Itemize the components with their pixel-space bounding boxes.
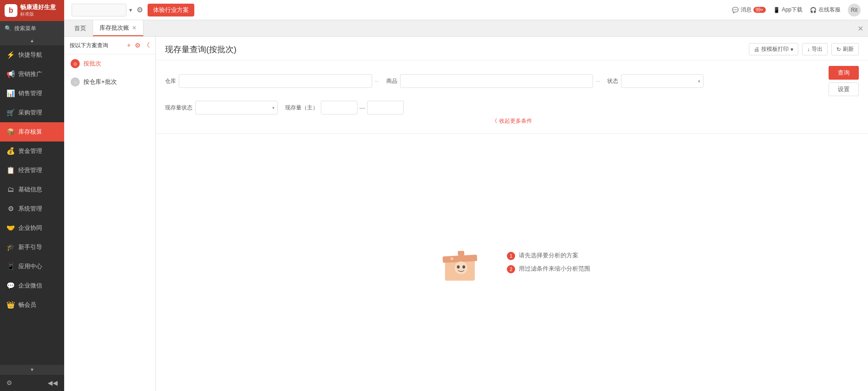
print-btn[interactable]: 🖨 按模板打印 ▾ [749, 43, 798, 55]
sidebar-scroll-up[interactable]: ▲ [0, 36, 64, 45]
query-btn[interactable]: 查询 [829, 66, 859, 80]
sidebar-item-system[interactable]: ⚙ 系统管理 [0, 199, 64, 218]
collapse-chevron-icon: 《 [492, 117, 497, 125]
right-panel: 现存量查询(按批次) 🖨 按模板打印 ▾ ↓ 导出 ↻ 刷新 [156, 37, 868, 391]
topbar-gear-btn[interactable]: ⚙ [137, 5, 143, 14]
topbar-search-input[interactable] [71, 4, 126, 16]
quantity-label: 现存量（主） [285, 104, 318, 112]
sidebar-item-label: 系统管理 [18, 205, 42, 213]
sidebar-item-member[interactable]: 👑 畅会员 [0, 295, 64, 315]
empty-illustration [434, 235, 489, 290]
inventory-icon: 📦 [6, 128, 15, 136]
online-service-item[interactable]: 🎧 在线客服 [810, 6, 841, 14]
left-panel-header: 按以下方案查询 ＋ ⚙ 《 [64, 37, 155, 54]
refresh-btn[interactable]: ↻ 刷新 [831, 43, 859, 55]
filter-area: 仓库 ··· 商品 ··· 状态 [156, 60, 868, 134]
empty-hint-1: 1 请先选择要分析的方案 [507, 251, 590, 260]
sidebar-item-quick-nav[interactable]: ⚡ 快捷导航 [0, 45, 64, 65]
add-plan-btn[interactable]: ＋ [126, 41, 132, 49]
settings-plan-btn[interactable]: ⚙ [135, 42, 141, 49]
sidebar-item-purchase[interactable]: 🛒 采购管理 [0, 103, 64, 122]
app-name: 畅康通好生意 [20, 4, 56, 11]
sidebar-item-label: 应用中心 [18, 262, 42, 271]
messages-item[interactable]: 💬 消息 99+ [732, 6, 766, 14]
hint-2-text: 用过滤条件来缩小分析范围 [519, 265, 590, 273]
collapse-sidebar-btn[interactable]: ◀◀ [48, 379, 58, 386]
sidebar-item-label: 销售管理 [18, 89, 42, 98]
search-icon: 🔍 [5, 25, 11, 32]
member-icon: 👑 [6, 301, 15, 309]
sidebar-item-label: 畅会员 [18, 301, 36, 309]
warehouse-more-btn[interactable]: ··· [375, 78, 379, 84]
plan-label: 按仓库+批次 [83, 78, 117, 86]
sidebar-item-label: 经营管理 [18, 166, 42, 174]
plan-active-icon: ⊙ [71, 59, 80, 68]
refresh-label: 刷新 [843, 45, 854, 53]
sidebar-scroll-down[interactable]: ▼ [0, 365, 64, 374]
tab-inventory-batch[interactable]: 库存批次账 ✕ [93, 20, 143, 36]
sidebar-item-newbie[interactable]: 🎓 新手引导 [0, 238, 64, 257]
sidebar-item-label: 库存核算 [18, 128, 42, 136]
app-download-item[interactable]: 📱 App下载 [773, 6, 802, 14]
left-panel-actions: ＋ ⚙ 《 [126, 41, 150, 49]
sidebar-item-label: 快捷导航 [18, 51, 42, 59]
product-input[interactable] [400, 74, 593, 88]
range-separator: — [359, 104, 365, 111]
tab-close-icon[interactable]: ✕ [132, 25, 137, 31]
quick-nav-icon: ⚡ [6, 51, 15, 59]
quantity-max-input[interactable] [367, 101, 404, 114]
svg-point-4 [462, 266, 465, 269]
warehouse-input[interactable] [179, 74, 372, 88]
print-icon: 🖨 [754, 46, 759, 53]
app-title-block: 畅康通好生意 标准版 [20, 4, 56, 17]
sidebar: b 畅康通好生意 标准版 🔍 搜索菜单 ▲ ⚡ 快捷导航 📢 营销推广 📊 销售… [0, 0, 64, 391]
tab-bar-close-btn[interactable]: ✕ [857, 24, 863, 33]
main-area: ▾ ⚙ 体验行业方案 💬 消息 99+ 📱 App下载 🎧 在线客服 Rit [64, 0, 868, 391]
sidebar-item-sales[interactable]: 📊 销售管理 [0, 84, 64, 103]
topbar-dropdown-btn[interactable]: ▾ [129, 7, 132, 13]
topbar-left: ▾ ⚙ 体验行业方案 [71, 4, 194, 16]
collapse-label: 收起更多条件 [499, 117, 532, 125]
filter-row-1: 仓库 ··· 商品 ··· 状态 [165, 66, 859, 96]
user-item[interactable]: Rit [848, 4, 861, 16]
svg-point-2 [455, 261, 467, 274]
export-icon: ↓ [807, 46, 810, 53]
sidebar-nav: ⚡ 快捷导航 📢 营销推广 📊 销售管理 🛒 采购管理 📦 库存核算 💰 资金管… [0, 45, 64, 365]
sidebar-item-label: 新手引导 [18, 243, 42, 251]
sidebar-item-wechat[interactable]: 💬 企业微信 [0, 276, 64, 295]
sidebar-item-label: 营销推广 [18, 70, 42, 78]
plan-item-by-warehouse-batch[interactable]: ○ 按仓库+批次 [64, 73, 155, 91]
svg-point-5 [450, 257, 453, 260]
sidebar-item-finance[interactable]: 💰 资金管理 [0, 141, 64, 161]
product-more-btn[interactable]: ··· [596, 78, 600, 84]
sidebar-item-appstore[interactable]: 📱 应用中心 [0, 257, 64, 276]
collapse-panel-btn[interactable]: 《 [143, 41, 150, 49]
industry-btn[interactable]: 体验行业方案 [148, 4, 194, 16]
collapse-bar[interactable]: 《 收起更多条件 [165, 114, 859, 128]
sidebar-item-marketing[interactable]: 📢 营销推广 [0, 65, 64, 84]
messages-badge: 99+ [753, 7, 766, 13]
print-label: 按模板打印 [761, 45, 789, 53]
newbie-icon: 🎓 [6, 243, 15, 251]
tab-home[interactable]: 首页 [68, 20, 93, 36]
sidebar-item-basics[interactable]: 🗂 基础信息 [0, 180, 64, 199]
status-select[interactable] [621, 74, 703, 88]
settings-btn[interactable]: 设置 [829, 82, 859, 96]
empty-state: 1 请先选择要分析的方案 2 用过滤条件来缩小分析范围 [156, 134, 868, 391]
plan-item-by-batch[interactable]: ⊙ 按批次 [64, 54, 155, 73]
sidebar-search[interactable]: 🔍 搜索菜单 [0, 21, 64, 36]
sidebar-item-operations[interactable]: 📋 经营管理 [0, 161, 64, 180]
product-label: 商品 [386, 77, 397, 85]
quantity-min-input[interactable] [321, 101, 357, 114]
phone-icon: 📱 [773, 7, 780, 13]
sidebar-item-inventory[interactable]: 📦 库存核算 [0, 122, 64, 141]
avatar: Rit [848, 4, 861, 16]
sidebar-item-enterprise[interactable]: 🤝 企业协同 [0, 218, 64, 238]
topbar: ▾ ⚙ 体验行业方案 💬 消息 99+ 📱 App下载 🎧 在线客服 Rit [64, 0, 868, 20]
sidebar-footer: ⚙ ◀◀ [0, 374, 64, 391]
print-dropdown-icon: ▾ [791, 46, 793, 53]
user-label: Rit [851, 7, 858, 13]
settings-footer-btn[interactable]: ⚙ [6, 379, 12, 386]
inventory-status-select[interactable] [195, 101, 278, 114]
export-btn[interactable]: ↓ 导出 [802, 43, 828, 55]
